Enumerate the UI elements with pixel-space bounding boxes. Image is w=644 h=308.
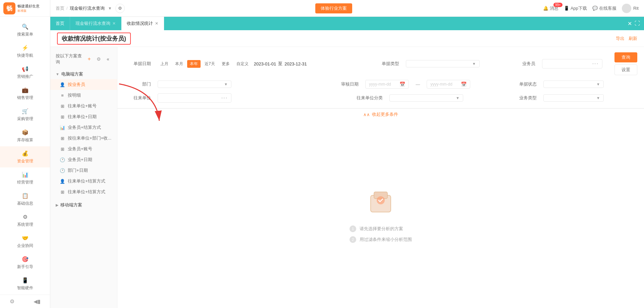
scheme-item-unit-account[interactable]: ⊞ 往来单位+账号: [50, 101, 117, 111]
sidebar-item-guide[interactable]: 🎯 新手引导: [0, 252, 50, 273]
app-download-btn[interactable]: 📱 App下载: [564, 5, 587, 11]
tab-home[interactable]: 首页: [50, 17, 70, 30]
sidebar-item-inventory[interactable]: 📦 库存核算: [0, 125, 50, 146]
scheme-group-arrow: ▼: [56, 72, 59, 76]
date-tab-custom[interactable]: 自定义: [234, 60, 251, 68]
date-filter-control: 上月 本月 本年 近7天 更多 自定义 2023-01-01 至: [158, 60, 307, 68]
date-tab-last-month[interactable]: 上月: [158, 60, 171, 68]
scheme-add-btn[interactable]: +: [86, 55, 93, 63]
scheme-collapse-btn[interactable]: «: [104, 55, 112, 63]
breadcrumb: 首页 / 现金银行流水查询: [56, 5, 105, 11]
sidebar-item-marketing[interactable]: 📢 营销推广: [0, 62, 50, 83]
operation-icon: 📊: [21, 171, 29, 178]
collapse-bar[interactable]: ∧∧ 收起更多条件: [117, 108, 644, 120]
user-avatar[interactable]: Rit: [622, 4, 639, 13]
sidebar-settings-btn[interactable]: ⚙: [10, 298, 14, 305]
business-type-select[interactable]: ▼: [543, 94, 604, 102]
date-tab-this-month[interactable]: 本月: [172, 60, 186, 68]
counterparty-category-arrow: ▼: [456, 96, 460, 100]
date-tab-this-year[interactable]: 本年: [187, 60, 201, 68]
dept-arrow: ▼: [224, 82, 228, 86]
tab-expand-btn[interactable]: ⛶: [635, 20, 640, 27]
sidebar-item-purchase[interactable]: 🛒 采购管理: [0, 104, 50, 125]
list-icon: ≡: [60, 93, 65, 98]
calendar-start-icon: 📅: [399, 82, 405, 87]
business-type-label: 业务类型: [510, 95, 537, 101]
scheme-item-salesperson-date[interactable]: 🕐 业务员+日期: [50, 154, 117, 165]
notification-btn[interactable]: 🔔 消息 99+: [543, 5, 558, 11]
inventory-icon: 📦: [21, 129, 29, 136]
scheme-title: 按以下方案查询: [56, 53, 86, 65]
scheme-item-unit-dept[interactable]: ⊞ 按往来单位+部门+收...: [50, 133, 117, 144]
query-btn[interactable]: 查询: [614, 52, 637, 62]
sidebar-item-finance[interactable]: 💰 资金管理: [0, 146, 50, 167]
purchase-icon: 🛒: [21, 107, 29, 115]
logo-text: 畅捷通好生意 标准版: [17, 4, 40, 13]
scheme-item-dept-date[interactable]: 🕐 部门+日期: [50, 165, 117, 176]
sidebar-item-system[interactable]: ⚙ 系统管理: [0, 210, 50, 231]
dept-label: 部门: [124, 81, 151, 87]
dept-select[interactable]: ▼: [158, 81, 231, 88]
left-panel: 按以下方案查询 + ⚙ « ▼ 电脑端方案: [50, 47, 117, 308]
scheme-header: 按以下方案查询 + ⚙ «: [50, 50, 117, 68]
salesperson-label: 业务员: [508, 61, 535, 67]
scheme-settings-btn[interactable]: ⚙: [95, 55, 102, 63]
counterparty-more[interactable]: ···: [221, 95, 228, 101]
bill-status-select[interactable]: ▼: [543, 81, 604, 88]
audit-date-start[interactable]: yyyy-mm-dd 📅: [365, 80, 409, 89]
breadcrumb-dropdown[interactable]: ▼: [108, 6, 112, 11]
salesperson-select[interactable]: ···: [542, 59, 602, 68]
scheme-item-by-detail[interactable]: ≡ 按明细: [50, 90, 117, 101]
filter-row-3: 往来单位 ··· 往来单位分类 ▼: [124, 93, 637, 103]
filter-area: 单据日期 上月 本月 本年 近7天 更多 自定义: [117, 47, 644, 108]
date-tab-more[interactable]: 更多: [219, 60, 232, 68]
empty-illustration: [364, 185, 397, 219]
filter-settings-btn[interactable]: 设置: [614, 64, 637, 75]
export-btn[interactable]: 导出: [616, 36, 625, 42]
sidebar-item-basic[interactable]: 📋 基础信息: [0, 189, 50, 210]
calendar-end-icon: 📅: [461, 82, 467, 87]
empty-step-1: 1 请先选择要分析的方案: [350, 225, 412, 232]
hardware-icon: 📱: [21, 276, 29, 284]
sidebar-item-hardware[interactable]: 📱 智能硬件: [0, 273, 50, 294]
tab-close-bank-flow[interactable]: ✕: [112, 21, 116, 26]
date-tab-7days[interactable]: 近7天: [202, 60, 218, 68]
topbar-settings-btn[interactable]: ⚙: [115, 4, 125, 13]
salesperson-more[interactable]: ···: [592, 61, 599, 67]
sidebar-item-enterprise[interactable]: 🤝 企业协同: [0, 231, 50, 252]
scheme-item-salesperson-settlement[interactable]: 📊 业务员+结算方式: [50, 122, 117, 133]
sidebar-item-operation[interactable]: 📊 经营管理: [0, 167, 50, 189]
online-service-btn[interactable]: 💬 在线客服: [592, 5, 616, 11]
tab-collection-stat[interactable]: 收款情况统计 ✕: [121, 17, 164, 30]
tab-bank-flow[interactable]: 现金银行流水查询 ✕: [70, 17, 121, 30]
scheme-item-unit-date[interactable]: ⊞ 往来单位+日期: [50, 111, 117, 122]
scheme-group-mobile-header[interactable]: ▶ 移动端方案: [50, 200, 117, 210]
scheme-group-mobile-label: 移动端方案: [60, 202, 82, 208]
sidebar-collapse-btn[interactable]: ◀▮: [34, 298, 41, 305]
tabbar-actions: ✕ ⛶: [624, 20, 644, 27]
grid-icon: ⊞: [60, 103, 65, 109]
tab-close-collection-stat[interactable]: ✕: [155, 21, 158, 26]
bill-type-select[interactable]: ▼: [406, 60, 480, 67]
tabbar: 首页 现金银行流水查询 ✕ 收款情况统计 ✕ ✕ ⛶: [50, 17, 644, 30]
sidebar-item-search[interactable]: 🔍 搜索菜单: [0, 19, 50, 41]
tab-close-all-btn[interactable]: ✕: [628, 20, 632, 27]
scheme-item-by-salesperson[interactable]: 👤 按业务员: [50, 79, 117, 90]
bill-type-label: 单据类型: [372, 61, 399, 67]
date-tabs: 上月 本月 本年 近7天 更多 自定义: [158, 60, 251, 68]
refresh-btn[interactable]: 刷新: [629, 36, 637, 42]
scheme-item-unit-settlement1[interactable]: 👤 往来单位+结算方式: [50, 176, 117, 187]
scheme-item-unit-settlement2[interactable]: ⊞ 往来单位+结算方式: [50, 187, 117, 197]
scheme-item-salesperson-account[interactable]: ⊞ 业务员+账号: [50, 144, 117, 154]
scheme-group-desktop-header[interactable]: ▼ 电脑端方案: [50, 69, 117, 79]
page-title-box: 收款情况统计(按业务员): [57, 33, 131, 45]
page-title: 收款情况统计(按业务员): [62, 35, 126, 42]
counterparty-select[interactable]: ···: [158, 93, 231, 103]
counterparty-category-select[interactable]: ▼: [389, 94, 463, 102]
sidebar-item-sales[interactable]: 💼 销售管理: [0, 83, 50, 104]
sidebar-item-quick-nav[interactable]: ⚡ 快捷导航: [0, 41, 50, 62]
sidebar: 畅 畅捷通好生意 标准版 🔍 搜索菜单 ⚡ 快捷导航 📢 营销推广 💼 销售管理: [0, 0, 50, 308]
audit-date-end[interactable]: yyyy-mm-dd 📅: [427, 80, 470, 89]
grid4-icon: ⊞: [60, 146, 65, 152]
trial-industry-btn[interactable]: 体验行业方案: [315, 3, 352, 13]
